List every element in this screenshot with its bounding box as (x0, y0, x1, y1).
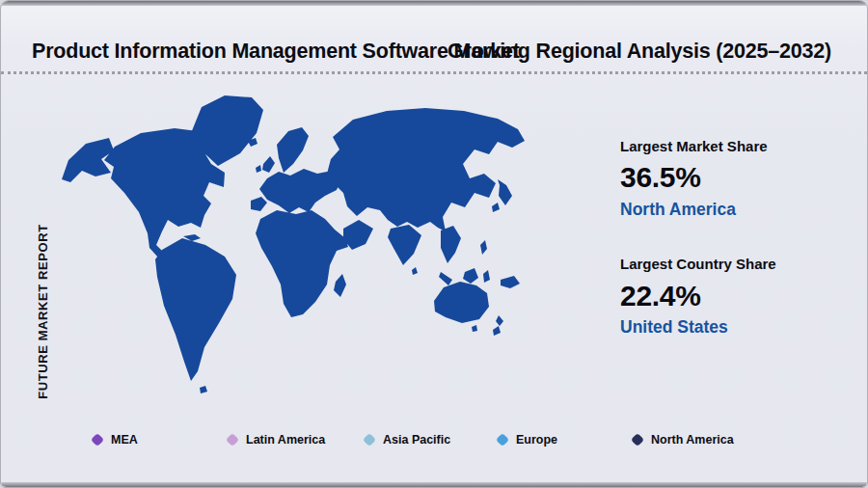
largest-country-share-region: United States (620, 317, 728, 338)
report-window: Product Information Management Software … (0, 0, 868, 488)
legend-item-asia-pacific[interactable]: Asia Pacific (365, 433, 450, 447)
legend-label-mea: MEA (111, 433, 138, 447)
title-analysis-range: Growing Regional Analysis (2025–2032) (448, 41, 831, 64)
title-market-name: Product Information Management Software … (32, 41, 520, 64)
legend-item-north-america[interactable]: North America (633, 433, 734, 447)
largest-country-share-value: 22.4% (620, 280, 701, 312)
legend-item-mea[interactable]: MEA (93, 433, 138, 447)
legend-label-north-america: North America (651, 433, 734, 447)
window-bottom-edge (1, 482, 867, 487)
legend-label-latin-america: Latin America (246, 433, 325, 447)
largest-country-share-label: Largest Country Share (620, 256, 776, 272)
world-map[interactable] (59, 83, 618, 420)
legend-dot-latin-america (226, 433, 239, 447)
window-top-edge (1, 1, 867, 6)
largest-market-share-region: North America (620, 200, 736, 220)
dotted-divider (1, 71, 867, 74)
legend-dot-asia-pacific (363, 433, 376, 447)
world-map-landmass[interactable] (62, 95, 525, 393)
largest-market-share-label: Largest Market Share (620, 138, 768, 154)
largest-market-share-value: 36.5% (620, 161, 701, 194)
watermark-vertical-text: FUTURE MARKET REPORT (36, 224, 50, 399)
legend-item-europe[interactable]: Europe (498, 433, 557, 447)
legend-item-latin-america[interactable]: Latin America (228, 433, 325, 447)
legend-label-asia-pacific: Asia Pacific (383, 433, 450, 447)
legend-dot-europe (496, 433, 509, 447)
legend-dot-north-america (631, 433, 644, 447)
legend-dot-mea (91, 433, 104, 447)
legend-label-europe: Europe (516, 433, 557, 447)
